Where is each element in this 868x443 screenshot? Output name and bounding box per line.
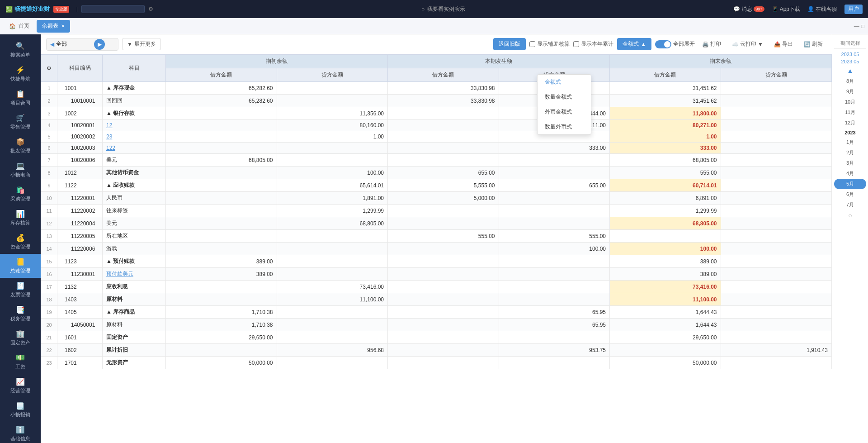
table-row[interactable]: 1011220001人民币1,891.005,000.006,891.00 xyxy=(41,192,832,205)
table-row[interactable]: 2014050001原材料1,710.3865.951,644.43 xyxy=(41,319,832,331)
tab-maximize-icon[interactable]: □ xyxy=(861,23,864,29)
message-btn[interactable]: 💬 消息 99+ xyxy=(733,5,764,13)
panel-expand-down[interactable]: ○ xyxy=(834,210,866,221)
sidebar-item-wholesale[interactable]: 📦 批发管理 xyxy=(0,134,41,158)
cell-subject[interactable]: 23 xyxy=(103,131,166,143)
table-row[interactable]: 710020006美元68,805.0068,805.00 xyxy=(41,154,832,167)
dropdown-waibijine[interactable]: 外币金额式 xyxy=(538,105,591,119)
cloud-print-btn[interactable]: ☁️ 云打印 ▼ xyxy=(728,38,767,50)
expand-all-label: 全部展开 xyxy=(673,40,695,48)
top-search-input[interactable] xyxy=(81,5,145,13)
aux-checkbox[interactable] xyxy=(529,41,535,47)
month-2[interactable]: 2月 xyxy=(834,148,866,158)
month-7[interactable]: 7月 xyxy=(834,200,866,210)
table-row[interactable]: 1411220006游戏100.00100.00 xyxy=(41,243,832,255)
sidebar-item-quicknav[interactable]: ⚡ 快捷导航 xyxy=(0,62,41,86)
refresh-btn[interactable]: 🔄 刷新 xyxy=(800,38,826,50)
tab-home[interactable]: 🏠 首页 xyxy=(4,20,35,33)
expand-more-btn[interactable]: ▼ 展开更多 xyxy=(122,38,161,50)
table-row[interactable]: 81012其他货币资金100.00655.00555.00 xyxy=(41,167,832,179)
table-row[interactable]: 221602累计折旧956.68953.751,910.43 xyxy=(41,344,832,357)
table-row[interactable]: 211601固定资产29,650.0029,650.00 xyxy=(41,331,832,344)
sidebar-item-assets[interactable]: 🏢 固定资产 xyxy=(0,326,41,350)
panel-expand-up[interactable]: ▲ xyxy=(834,65,866,76)
tab-balance[interactable]: 余额表 ✕ xyxy=(37,20,70,33)
cell-subject[interactable]: 122 xyxy=(103,143,166,154)
table-row[interactable]: 171132应收利息73,416.0073,416.00 xyxy=(41,281,832,293)
sidebar-item-invoice[interactable]: 🧾 发票管理 xyxy=(0,278,41,302)
table-row[interactable]: 210010001回回回65,282.6033,830.9831,451.62 xyxy=(41,95,832,107)
online-service-btn[interactable]: 👤 在线客服 xyxy=(807,5,837,13)
export-btn[interactable]: 📤 导出 xyxy=(770,38,797,50)
month-11[interactable]: 11月 xyxy=(834,107,866,118)
cell-subject[interactable]: 预付款美元 xyxy=(103,268,166,281)
table-row[interactable]: 1311220005所在地区555.00555.00 xyxy=(41,230,832,243)
table-row[interactable]: 181403原材料11,100.0011,100.00 xyxy=(41,293,832,306)
sidebar-item-purchase[interactable]: 🛍️ 采购管理 xyxy=(0,182,41,206)
search-go-btn[interactable]: ▶ xyxy=(94,39,105,50)
amount-mode-btn[interactable]: 金额式 ▲ xyxy=(617,38,651,50)
top-settings-icon[interactable]: ⚙ xyxy=(148,6,153,12)
month-5[interactable]: 5月 xyxy=(834,179,866,189)
table-row[interactable]: 1211220004美元68,805.0068,805.00 xyxy=(41,217,832,230)
home-icon: 🏠 xyxy=(9,23,16,29)
sidebar-item-ecommerce[interactable]: 💻 小畅电商 xyxy=(0,158,41,182)
right-panel-year2[interactable]: 2023.05 xyxy=(834,58,866,65)
sidebar-item-ledger[interactable]: 📒 总账管理 xyxy=(0,254,41,278)
col-settings-header[interactable]: ⚙ xyxy=(41,55,57,82)
sidebar-item-inventory[interactable]: 📊 库存核算 xyxy=(0,206,41,230)
aux-check-label[interactable]: 显示辅助核算 xyxy=(529,40,570,48)
sidebar-item-operations[interactable]: 📈 经营管理 xyxy=(0,374,41,398)
month-8[interactable]: 8月 xyxy=(834,76,866,86)
table-row[interactable]: 151123▲ 预付账款389.00389.00 xyxy=(41,255,832,268)
table-row[interactable]: 231701无形资产50,000.0050,000.00 xyxy=(41,357,832,369)
sidebar-item-base[interactable]: ℹ️ 基础信息 xyxy=(0,422,41,443)
table-row[interactable]: 11001▲ 库存现金65,282.6033,830.9831,451.62 xyxy=(41,82,832,95)
cell-debit-close: 555.00 xyxy=(610,167,721,179)
month-10[interactable]: 10月 xyxy=(834,97,866,107)
sidebar-item-search[interactable]: 🔍 搜索菜单 xyxy=(0,38,41,62)
month-9[interactable]: 9月 xyxy=(834,86,866,97)
sidebar-capital-label: 资金管理 xyxy=(10,243,30,250)
sidebar-item-project[interactable]: 📋 项目合同 xyxy=(0,86,41,110)
month-12[interactable]: 12月 xyxy=(834,118,866,128)
table-row[interactable]: 191405▲ 库存商品1,710.3865.951,644.43 xyxy=(41,306,832,319)
month-6[interactable]: 6月 xyxy=(834,189,866,200)
sidebar-item-capital[interactable]: 💰 资金管理 xyxy=(0,230,41,254)
settings-gear-icon[interactable]: ⚙ xyxy=(47,65,52,71)
table-row[interactable]: 610020003122333.00333.00 xyxy=(41,143,832,154)
table-row[interactable]: 1111220002往来标签1,299.991,299.99 xyxy=(41,205,832,217)
demo-link[interactable]: 我要看实例演示 xyxy=(427,5,465,13)
search-input[interactable] xyxy=(56,41,92,48)
table-row[interactable]: 510020002231.001.00 xyxy=(41,131,832,143)
app-download-btn[interactable]: 📱 App下载 xyxy=(772,5,800,13)
back-btn[interactable]: 退回旧版 xyxy=(493,38,526,50)
col-debit-close-label: 借方金额 xyxy=(654,71,676,78)
user-avatar[interactable]: 用户 xyxy=(844,5,863,14)
table-row[interactable]: 4100200011280,160.00111.0080,271.00 xyxy=(41,120,832,131)
toggle-switch[interactable] xyxy=(655,40,671,48)
table-row[interactable]: 31002▲ 银行存款11,356.00444.0011,800.00 xyxy=(41,107,832,120)
tab-minimize-icon[interactable]: — xyxy=(854,23,859,29)
cell-row-num: 19 xyxy=(41,306,57,319)
expand-all-toggle[interactable]: 全部展开 xyxy=(655,40,695,48)
tab-close-icon[interactable]: ✕ xyxy=(61,24,65,29)
right-panel-year1[interactable]: 2023.05 xyxy=(834,51,866,58)
print-btn[interactable]: 🖨️ 打印 xyxy=(698,38,725,50)
month-3[interactable]: 3月 xyxy=(834,158,866,168)
table-row[interactable]: 1611230001预付款美元389.00389.00 xyxy=(41,268,832,281)
yearly-check-label[interactable]: 显示本年累计 xyxy=(573,40,613,48)
sidebar-salary-label: 工资 xyxy=(15,363,25,370)
sidebar-item-retail[interactable]: 🛒 零售管理 xyxy=(0,110,41,134)
month-4[interactable]: 4月 xyxy=(834,168,866,179)
sidebar-item-tax[interactable]: 📑 税务管理 xyxy=(0,302,41,326)
table-row[interactable]: 91122▲ 应收账款65,614.015,555.00655.0060,714… xyxy=(41,179,832,192)
month-1[interactable]: 1月 xyxy=(834,137,866,148)
dropdown-jine[interactable]: 金额式 xyxy=(538,75,591,90)
cell-subject[interactable]: 12 xyxy=(103,120,166,131)
sidebar-item-salary[interactable]: 💵 工资 xyxy=(0,350,41,374)
dropdown-shuliangwaibi[interactable]: 数量外币式 xyxy=(538,119,591,134)
yearly-checkbox[interactable] xyxy=(573,41,579,47)
dropdown-shuliangjine[interactable]: 数量金额式 xyxy=(538,90,591,105)
sidebar-item-reports[interactable]: 🗒️ 小畅报销 xyxy=(0,398,41,422)
